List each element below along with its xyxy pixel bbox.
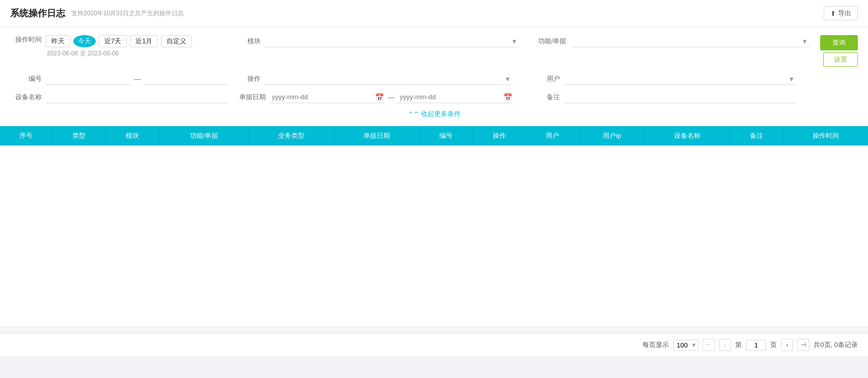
- per-page-label: 每页显示: [642, 340, 669, 350]
- doc-date-end-input[interactable]: [398, 91, 502, 103]
- number-dash: —: [131, 75, 144, 83]
- operation-label: 操作: [239, 74, 265, 83]
- module-select[interactable]: [265, 35, 520, 47]
- user-select[interactable]: [564, 73, 797, 85]
- page-size-wrapper: 50100200500 ▼: [673, 340, 698, 351]
- data-table: 序号类型模块功能/单据业务类型单据日期编号操作用户用户ip设备名称备注操作时间: [0, 126, 868, 327]
- page-title: 系统操作日志: [10, 7, 65, 19]
- device-label: 设备名称: [10, 93, 46, 102]
- custom-btn[interactable]: 自定义: [161, 35, 192, 47]
- number-label: 编号: [10, 74, 46, 83]
- table-header-cell: 业务类型: [249, 126, 334, 146]
- module-label: 模块: [239, 37, 265, 46]
- query-button[interactable]: 查询: [820, 35, 858, 50]
- next-page-btn[interactable]: ›: [781, 339, 793, 351]
- table-header-cell: 序号: [0, 126, 52, 146]
- number-start-input[interactable]: [46, 73, 131, 85]
- doc-date-start-input[interactable]: [270, 91, 374, 103]
- export-button[interactable]: ⬆ 导出: [824, 6, 858, 20]
- user-label: 用户: [523, 74, 564, 83]
- table-header-cell: 模块: [106, 126, 159, 146]
- table-header-cell: 用户: [526, 126, 579, 146]
- table-header: 序号类型模块功能/单据业务类型单据日期编号操作用户用户ip设备名称备注操作时间: [0, 126, 868, 146]
- one-month-btn[interactable]: 近1月: [130, 35, 158, 47]
- remark-input[interactable]: [564, 91, 797, 103]
- table-header-cell: 设备名称: [645, 126, 730, 146]
- empty-cell: [0, 146, 868, 327]
- scrollbar-area[interactable]: [0, 327, 868, 333]
- collapse-label: 收起更多条件: [421, 109, 461, 119]
- table-header-cell: 备注: [730, 126, 783, 146]
- table-header-cell: 类型: [52, 126, 105, 146]
- function-select[interactable]: [571, 35, 810, 47]
- last-page-btn[interactable]: ⊣: [797, 339, 809, 351]
- page-size-select[interactable]: 50100200500: [673, 340, 698, 351]
- table-header-cell: 用户ip: [579, 126, 645, 146]
- collapse-icon: ⌃⌃: [408, 110, 419, 118]
- number-end-input[interactable]: [144, 73, 230, 85]
- remark-label: 备注: [523, 93, 564, 102]
- pagination-bar: 每页显示 50100200500 ▼ ⊢ ‹ 第 页 › ⊣ 共0页, 0条记录: [0, 333, 868, 356]
- table-header-cell: 操作时间: [783, 126, 868, 146]
- seven-days-btn[interactable]: 近7天: [99, 35, 127, 47]
- doc-date-label: 单据日期: [239, 93, 270, 102]
- calendar-start-icon[interactable]: 📅: [374, 93, 385, 101]
- export-icon: ⬆: [830, 10, 836, 17]
- table-header-cell: 操作: [472, 126, 525, 146]
- table-header-row: 序号类型模块功能/单据业务类型单据日期编号操作用户用户ip设备名称备注操作时间: [0, 126, 868, 146]
- page-number-input[interactable]: [746, 340, 766, 351]
- doc-date-dash: —: [385, 94, 398, 101]
- page-current-label: 第: [735, 340, 742, 350]
- prev-page-btn[interactable]: ‹: [719, 339, 731, 351]
- function-label: 功能/单据: [530, 37, 571, 46]
- table-area: 序号类型模块功能/单据业务类型单据日期编号操作用户用户ip设备名称备注操作时间: [0, 126, 868, 327]
- calendar-end-icon[interactable]: 📅: [502, 93, 513, 101]
- time-label: 操作时间: [10, 35, 46, 44]
- first-page-btn[interactable]: ⊢: [703, 339, 715, 351]
- table-header-cell: 编号: [419, 126, 472, 146]
- table-header-cell: 单据日期: [334, 126, 419, 146]
- collapse-bar[interactable]: ⌃⌃ 收起更多条件: [10, 105, 858, 121]
- page-subtitle: 支持2020年10月31日之后产生的操作日志: [71, 9, 184, 18]
- operation-select[interactable]: [265, 73, 513, 85]
- empty-row: [0, 146, 868, 327]
- total-label: 共0页, 0条记录: [814, 340, 858, 350]
- page-unit-label: 页: [770, 340, 777, 350]
- table-body: [0, 146, 868, 327]
- settings-button[interactable]: 设置: [823, 52, 858, 67]
- date-range-text: 2023-06-06 至 2023-06-06: [46, 49, 192, 58]
- filter-area: 操作时间 昨天 今天 近7天 近1月 自定义 2023-06-06 至 2023…: [0, 27, 868, 126]
- page-header: 系统操作日志 支持2020年10月31日之后产生的操作日志 ⬆ 导出: [0, 0, 868, 27]
- table-header-cell: 功能/单据: [159, 126, 248, 146]
- empty-area: [4, 150, 864, 323]
- today-btn[interactable]: 今天: [73, 35, 96, 47]
- yesterday-btn[interactable]: 昨天: [46, 35, 70, 47]
- device-input[interactable]: [46, 91, 229, 103]
